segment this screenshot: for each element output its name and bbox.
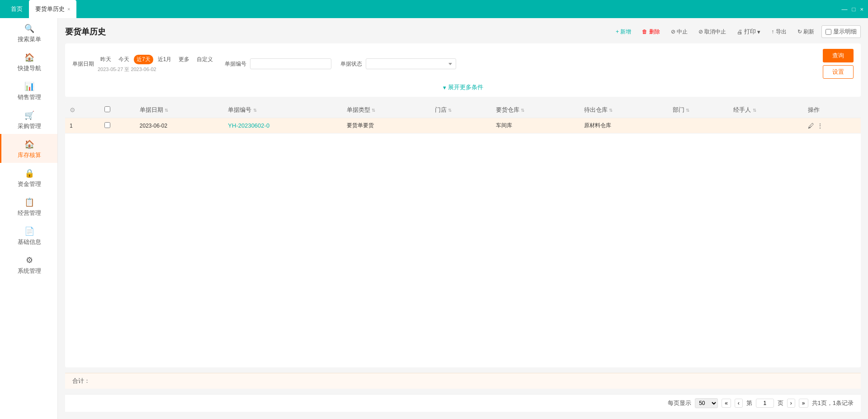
col-docno-sort-icon[interactable]: ⇅ [253,108,257,113]
col-dept-sort-icon[interactable]: ⇅ [686,108,689,113]
date-shortcuts-group: 昨天 今天 近7天 近1月 更多 自定义 2023-05-27 至 2023-0… [98,55,216,73]
per-page-select[interactable]: 50 20 100 [695,398,718,408]
active-tab-label: 要货单历史 [35,5,65,13]
refresh-button[interactable]: ↻ 刷新 [794,26,818,38]
stop-button[interactable]: ⊘ 中止 [667,26,691,38]
date-filter-label: 单据日期 [72,60,94,68]
operations-icon: 📋 [24,197,34,207]
sidebar-item-sales[interactable]: 📊 销售管理 [0,76,57,105]
next-page-button[interactable]: › [787,399,795,408]
col-date-label: 单据日期 [140,106,163,113]
row-more-icon[interactable]: ⋮ [817,122,823,129]
active-tab[interactable]: 要货单历史 × [29,0,76,18]
search-icon: 🔍 [24,24,34,33]
select-all-checkbox[interactable] [104,106,110,112]
row-docno-link[interactable]: YH-20230602-0 [228,122,269,129]
maximize-icon[interactable]: □ [852,6,856,13]
sidebar-item-system[interactable]: ⚙ 系统管理 [0,250,57,279]
pagination: 每页显示 50 20 100 « ‹ 第 页 › » 共1页，1条记录 [65,394,861,412]
col-pendingwarehouse-sort-icon[interactable]: ⇅ [609,108,613,113]
sidebar-item-purchase[interactable]: 🛒 采购管理 [0,105,57,134]
sidebar-item-finance[interactable]: 🔒 资金管理 [0,163,57,192]
col-docno-label: 单据编号 [228,106,251,113]
status-filter-group: 单据状态 [340,58,456,69]
page-header: 要货单历史 + 新增 🗑 删除 ⊘ 中止 ⊘ 取消中止 🖨 打印 ▾ ↑ 导出 … [65,25,861,38]
date-filter-group: 单据日期 昨天 今天 近7天 近1月 更多 自定义 2023-05-27 至 2… [72,55,216,73]
col-pendingwarehouse-header: 待出仓库 ⇅ [580,102,668,118]
display-detail-button[interactable]: 显示明细 [821,25,861,38]
col-doctype-sort-icon[interactable]: ⇅ [372,108,375,113]
col-dept-label: 部门 [673,106,684,113]
date-shortcuts: 昨天 今天 近7天 近1月 更多 自定义 [98,55,216,64]
home-tab-label: 首页 [11,5,23,13]
print-arrow-icon: ▾ [757,29,760,35]
col-settings: ⚙ [65,102,100,118]
display-detail-label: 显示明细 [833,28,857,36]
filter-buttons: 查询 设置 [823,49,854,79]
sidebar-item-basic[interactable]: 📄 基础信息 [0,221,57,250]
sidebar-item-inventory[interactable]: 🏠 库存核算 [0,134,57,163]
status-select[interactable] [366,58,456,69]
prev-page-button[interactable]: ‹ [735,399,743,408]
delete-button[interactable]: 🗑 删除 [638,26,663,38]
docno-input[interactable] [250,58,331,69]
main-layout: 🔍 搜索菜单 🏠 快捷导航 📊 销售管理 🛒 采购管理 🏠 库存核算 🔒 资金管… [0,18,868,419]
expand-more[interactable]: ▾ 展开更多条件 [72,83,854,91]
new-button[interactable]: + 新增 [612,26,635,38]
col-date-header: 单据日期 ⇅ [135,102,224,118]
docno-filter-group: 单据编号 [225,58,331,69]
col-handler-sort-icon[interactable]: ⇅ [753,108,756,113]
expand-more-label: 展开更多条件 [448,83,483,91]
sidebar-item-operations[interactable]: 📋 经营管理 [0,192,57,221]
finance-icon: 🔒 [24,168,34,178]
row-date: 2023-06-02 [135,118,224,133]
status-label: 单据状态 [340,60,362,68]
total-info: 共1页，1条记录 [812,399,854,407]
col-handler-label: 经手人 [733,106,751,113]
page-input[interactable] [756,399,774,408]
export-button[interactable]: ↑ 导出 [768,26,790,38]
shortcut-1month[interactable]: 近1月 [155,55,175,64]
date-range-text: 2023-05-27 至 2023-06-02 [98,66,156,73]
shortcut-today[interactable]: 今天 [116,55,132,64]
table-header-row: ⚙ 单据日期 ⇅ 单据编号 ⇅ [65,102,861,118]
settings-button[interactable]: 设置 [823,65,854,79]
sidebar-item-basic-label: 基础信息 [18,238,41,246]
sidebar-item-system-label: 系统管理 [18,267,41,275]
close-tab-icon[interactable]: × [67,6,70,12]
sidebar-item-operations-label: 经营管理 [18,209,41,217]
col-date-sort-icon[interactable]: ⇅ [165,108,168,113]
row-store [430,118,491,133]
page-label: 第 [746,399,752,407]
page-unit: 页 [778,399,783,407]
shortcut-custom[interactable]: 自定义 [194,55,216,64]
window-controls: — □ × [842,6,863,13]
window-close-icon[interactable]: × [860,6,863,13]
col-store-sort-icon[interactable]: ⇅ [448,108,452,113]
sidebar-item-quick[interactable]: 🏠 快捷导航 [0,47,57,76]
minimize-icon[interactable]: — [842,6,848,13]
home-tab[interactable]: 首页 [5,0,29,18]
row-reqwarehouse: 车间库 [491,118,580,133]
row-select-checkbox[interactable] [104,122,110,128]
first-page-button[interactable]: « [722,399,731,408]
per-page-label: 每页显示 [668,399,691,407]
row-dept [668,118,729,133]
cancel-stop-button[interactable]: ⊘ 取消中止 [695,26,730,38]
col-store-header: 门店 ⇅ [430,102,491,118]
display-detail-checkbox[interactable] [826,29,831,35]
col-settings-icon[interactable]: ⚙ [70,106,75,114]
last-page-button[interactable]: » [799,399,808,408]
basic-icon: 📄 [24,226,34,236]
col-reqwarehouse-header: 要货仓库 ⇅ [491,102,580,118]
shortcut-yesterday[interactable]: 昨天 [98,55,114,64]
col-reqwarehouse-sort-icon[interactable]: ⇅ [521,108,524,113]
purchase-icon: 🛒 [24,110,34,120]
shortcut-7days[interactable]: 近7天 [134,55,153,64]
row-edit-icon[interactable]: 🖊 [808,122,814,129]
content-area: 要货单历史 + 新增 🗑 删除 ⊘ 中止 ⊘ 取消中止 🖨 打印 ▾ ↑ 导出 … [58,18,868,419]
shortcut-more[interactable]: 更多 [176,55,192,64]
print-button[interactable]: 🖨 打印 ▾ [733,26,764,38]
sidebar-item-search[interactable]: 🔍 搜索菜单 [0,18,57,47]
query-button[interactable]: 查询 [823,49,854,62]
